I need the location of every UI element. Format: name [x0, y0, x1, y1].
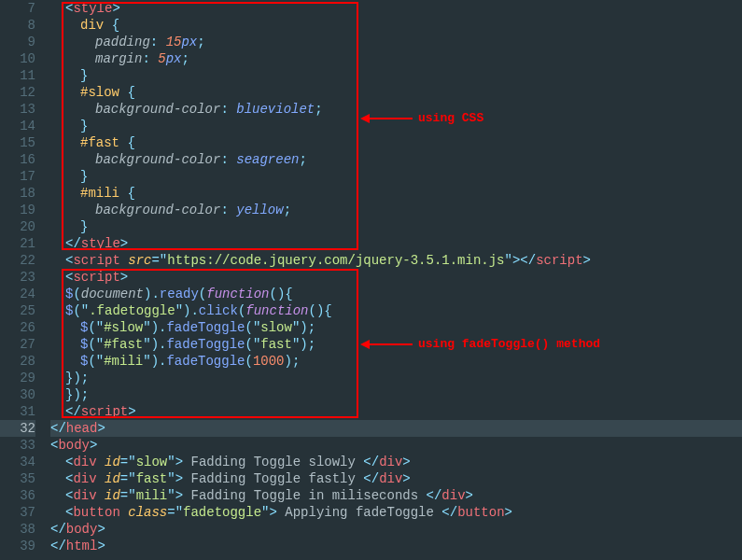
- code-line[interactable]: <div id="mili"> Fadding Toggle in milise…: [50, 487, 742, 504]
- line-number: 7: [0, 0, 35, 17]
- line-number: 12: [0, 84, 35, 101]
- code-line[interactable]: </body>: [50, 521, 742, 538]
- code-line[interactable]: <body>: [50, 437, 742, 454]
- line-number: 33: [0, 437, 35, 454]
- code-line[interactable]: background-color: blueviolet;: [50, 101, 742, 118]
- line-number: 21: [0, 235, 35, 252]
- code-line[interactable]: #slow {: [50, 84, 742, 101]
- line-number: 20: [0, 218, 35, 235]
- code-line[interactable]: });: [50, 386, 742, 403]
- code-line[interactable]: #fast {: [50, 134, 742, 151]
- line-number: 30: [0, 386, 35, 403]
- line-number: 14: [0, 118, 35, 134]
- line-number: 16: [0, 151, 35, 168]
- line-number: 24: [0, 286, 35, 302]
- line-number: 17: [0, 168, 35, 185]
- line-number: 18: [0, 185, 35, 202]
- code-line[interactable]: $("#slow").fadeToggle("slow");: [50, 319, 742, 336]
- code-line[interactable]: $(".fadetoggle").click(function(){: [50, 302, 742, 319]
- code-editor[interactable]: 7891011121314151617181920212223242526272…: [0, 0, 742, 560]
- line-number: 31: [0, 403, 35, 420]
- code-line[interactable]: margin: 5px;: [50, 50, 742, 67]
- code-line[interactable]: </html>: [50, 538, 742, 554]
- code-line[interactable]: </style>: [50, 235, 742, 252]
- line-number: 34: [0, 454, 35, 470]
- line-number: 38: [0, 521, 35, 538]
- line-number: 26: [0, 319, 35, 336]
- code-area[interactable]: <style>div {padding: 15px;margin: 5px;}#…: [45, 0, 742, 560]
- line-number: 39: [0, 538, 35, 554]
- code-line[interactable]: $(document).ready(function(){: [50, 286, 742, 302]
- code-line[interactable]: <script>: [50, 269, 742, 286]
- code-line[interactable]: <style>: [50, 0, 742, 17]
- line-number: 13: [0, 101, 35, 118]
- code-line[interactable]: </head>: [50, 420, 742, 437]
- code-line[interactable]: <div id="fast"> Fadding Toggle fastly </…: [50, 470, 742, 487]
- code-line[interactable]: }: [50, 168, 742, 185]
- code-line[interactable]: $("#fast").fadeToggle("fast");: [50, 336, 742, 353]
- code-line[interactable]: </script>: [50, 403, 742, 420]
- code-line[interactable]: <div id="slow"> Fadding Toggle slowly </…: [50, 454, 742, 470]
- line-number: 9: [0, 34, 35, 50]
- line-number-gutter: 7891011121314151617181920212223242526272…: [0, 0, 45, 560]
- line-number: 25: [0, 302, 35, 319]
- code-line[interactable]: <script src="https://code.jquery.com/jqu…: [50, 252, 742, 269]
- code-line[interactable]: #mili {: [50, 185, 742, 202]
- code-line[interactable]: div {: [50, 17, 742, 34]
- code-line[interactable]: <button class="fadetoggle"> Applying fad…: [50, 504, 742, 521]
- line-number: 22: [0, 252, 35, 269]
- line-number: 37: [0, 504, 35, 521]
- code-line[interactable]: }: [50, 118, 742, 134]
- line-number: 15: [0, 134, 35, 151]
- line-number: 29: [0, 370, 35, 386]
- code-line[interactable]: background-color: seagreen;: [50, 151, 742, 168]
- line-number: 36: [0, 487, 35, 504]
- code-line[interactable]: }: [50, 67, 742, 84]
- line-number: 28: [0, 353, 35, 370]
- line-number: 11: [0, 67, 35, 84]
- code-line[interactable]: $("#mili").fadeToggle(1000);: [50, 353, 742, 370]
- line-number: 27: [0, 336, 35, 353]
- code-line[interactable]: });: [50, 370, 742, 386]
- line-number: 19: [0, 202, 35, 218]
- code-line[interactable]: }: [50, 218, 742, 235]
- line-number: 10: [0, 50, 35, 67]
- line-number: 32: [0, 420, 35, 437]
- code-line[interactable]: padding: 15px;: [50, 34, 742, 50]
- line-number: 23: [0, 269, 35, 286]
- code-line[interactable]: background-color: yellow;: [50, 202, 742, 218]
- line-number: 35: [0, 470, 35, 487]
- line-number: 8: [0, 17, 35, 34]
